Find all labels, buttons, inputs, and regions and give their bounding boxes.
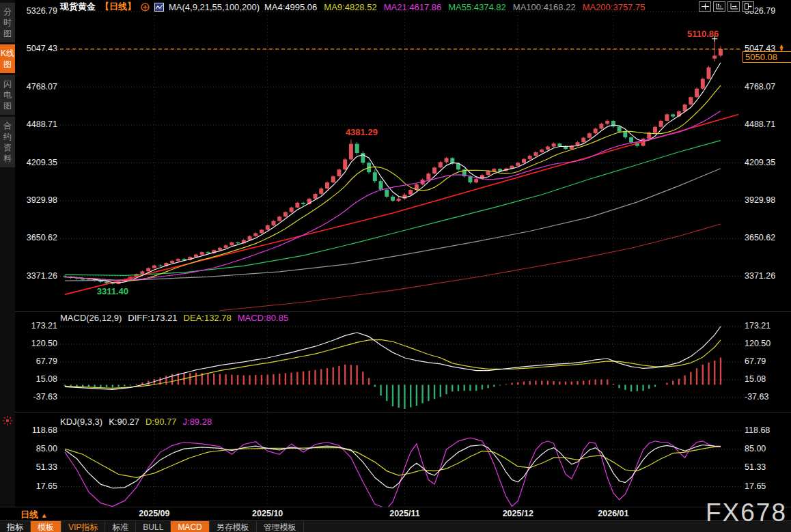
- macd-values: DIFF:173.21DEA:132.78MACD:80.85: [128, 313, 288, 323]
- toolbar-tab-管理模板[interactable]: 管理模板: [257, 521, 304, 532]
- kdj-legend-value: J:89.28: [183, 417, 212, 427]
- period-selector-label: 日线: [20, 509, 38, 520]
- starburst-icon: [2, 415, 13, 426]
- price-chart-canvas[interactable]: [0, 0, 791, 532]
- chart-thumbnail-icon[interactable]: [154, 3, 164, 12]
- jump-to-latest-button[interactable]: ▲▼: [779, 44, 784, 51]
- sidebar-tab-合约资料[interactable]: 合约资料: [0, 117, 15, 167]
- crosshair-icon[interactable]: [699, 1, 711, 12]
- ma-legend-value: MA9:4828.52: [324, 2, 376, 12]
- period-label[interactable]: 【日线】: [100, 1, 136, 13]
- toolbar-tab-VIP指标[interactable]: VIP指标: [61, 521, 105, 532]
- sidebar: 分时图K线图闪电图合约资料: [0, 0, 15, 507]
- watermark: FX678: [706, 499, 787, 527]
- ma-legend-value: MA4:4995.06: [264, 2, 317, 12]
- toolbar-tab-MACD[interactable]: MACD: [171, 521, 209, 532]
- ma-legend-value: MA200:3757.75: [583, 2, 646, 12]
- zoom-in-axis-icon[interactable]: [713, 1, 725, 12]
- ma-group-label: MA(4,9,21,55,100,200): [169, 2, 260, 12]
- period-selector[interactable]: 日线 ▲: [20, 509, 48, 521]
- sidebar-tab-K线图[interactable]: K线图: [0, 44, 15, 73]
- arrow-down-icon: ▼: [779, 48, 784, 51]
- sidebar-tab-闪电图[interactable]: 闪电图: [0, 75, 15, 115]
- template-toolbar: 指标模板VIP指标标准BULLMACD另存模板管理模板: [0, 520, 791, 532]
- sidebar-tab-分时图[interactable]: 分时图: [0, 3, 15, 42]
- ma-legend-value: MA21:4617.86: [384, 2, 442, 12]
- kdj-pane-header: KDJ(9,3,3) K:90.27D:90.77J:89.28: [60, 417, 212, 427]
- toolbar-tab-BULL[interactable]: BULL: [136, 521, 171, 532]
- alert-flash-icon[interactable]: [2, 415, 13, 429]
- pan-right-icon[interactable]: [742, 1, 754, 12]
- toolbar-tab-模板[interactable]: 模板: [31, 521, 61, 532]
- symbol-name: 现货黄金: [60, 1, 96, 13]
- add-indicator-icon[interactable]: [141, 3, 150, 12]
- toolbar-tab-指标[interactable]: 指标: [0, 521, 31, 532]
- kdj-legend-value: K:90.27: [109, 417, 139, 427]
- ma-legend-value: MA100:4168.22: [513, 2, 576, 12]
- kdj-title: KDJ(9,3,3): [60, 417, 102, 427]
- last-price-tag: 5050.08: [743, 51, 791, 63]
- kdj-legend-value: D:90.77: [145, 417, 177, 427]
- chart-tools: [699, 1, 754, 12]
- macd-legend-value: DIFF:173.21: [128, 313, 177, 323]
- toolbar-tab-另存模板[interactable]: 另存模板: [210, 521, 257, 532]
- chart-legend-bar: 现货黄金 【日线】 MA(4,9,21,55,100,200) MA4:4995…: [60, 1, 645, 12]
- macd-legend-value: MACD:80.85: [238, 313, 288, 323]
- period-selector-arrow-icon: ▲: [41, 512, 48, 519]
- macd-legend-value: DEA:132.78: [184, 313, 232, 323]
- x-axis-row: [0, 507, 791, 521]
- macd-title: MACD(26,12,9): [60, 313, 122, 323]
- ma-values: MA4:4995.06MA9:4828.52MA21:4617.86MA55:4…: [264, 2, 645, 12]
- ma-legend-value: MA55:4374.82: [448, 2, 506, 12]
- kdj-values: K:90.27D:90.77J:89.28: [109, 417, 212, 427]
- macd-pane-header: MACD(26,12,9) DIFF:173.21DEA:132.78MACD:…: [60, 313, 288, 323]
- toolbar-tab-标准[interactable]: 标准: [105, 521, 136, 532]
- zoom-out-axis-icon[interactable]: [727, 1, 740, 12]
